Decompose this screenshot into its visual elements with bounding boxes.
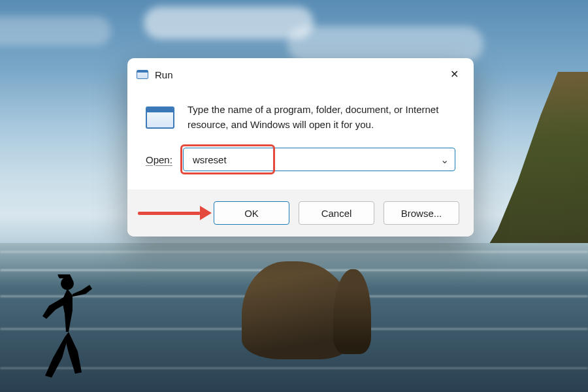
titlebar[interactable]: Run ✕ xyxy=(127,58,474,88)
open-row: Open: ⌄ xyxy=(127,142,474,189)
ok-button[interactable]: OK xyxy=(214,201,289,225)
open-combo: ⌄ xyxy=(183,148,455,171)
close-icon: ✕ xyxy=(450,69,459,80)
button-bar: OK Cancel Browse... xyxy=(127,189,474,237)
dialog-title: Run xyxy=(155,69,173,80)
annotation-arrow xyxy=(138,206,212,220)
browse-button[interactable]: Browse... xyxy=(384,201,459,225)
close-button[interactable]: ✕ xyxy=(440,65,468,84)
cloud xyxy=(0,16,111,46)
run-icon xyxy=(146,106,174,129)
dialog-body: Type the name of a program, folder, docu… xyxy=(127,88,474,142)
open-input[interactable] xyxy=(183,148,455,171)
cloud xyxy=(287,26,483,62)
cancel-button[interactable]: Cancel xyxy=(299,201,374,225)
run-icon xyxy=(137,70,148,79)
runner-silhouette xyxy=(36,274,95,379)
run-dialog: Run ✕ Type the name of a program, folder… xyxy=(127,58,474,237)
cloud xyxy=(144,7,314,39)
instructions-text: Type the name of a program, folder, docu… xyxy=(188,103,455,132)
open-label: Open: xyxy=(146,154,172,165)
